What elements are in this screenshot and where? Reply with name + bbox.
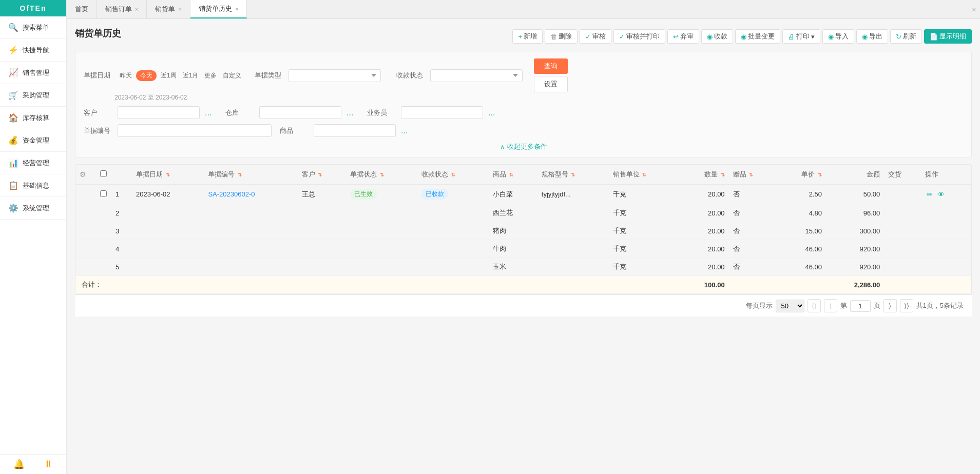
edit-icon[interactable]: ✏ xyxy=(927,190,933,199)
close-all-tabs[interactable]: × xyxy=(972,6,980,13)
close-sales-delivery-icon[interactable]: × xyxy=(178,6,181,12)
audit-button[interactable]: ✓ 审核 xyxy=(580,29,611,44)
sidebar-item-system-mgmt[interactable]: ⚙️ 系统管理 xyxy=(0,197,66,220)
warehouse-input[interactable] xyxy=(259,106,341,119)
goods-input[interactable] xyxy=(314,124,396,137)
goods-ellipsis[interactable]: ... xyxy=(399,126,410,135)
print-button[interactable]: 🖨 打印 ▾ xyxy=(782,29,820,44)
refresh-button[interactable]: ↻ 刷新 xyxy=(890,29,922,44)
doc-no-link[interactable]: SA-20230602-0 xyxy=(208,190,255,198)
col-action: 操作 xyxy=(921,165,971,185)
sort-pay-status-icon[interactable]: ⇅ xyxy=(451,172,455,177)
warehouse-ellipsis[interactable]: ... xyxy=(344,108,355,117)
footer-total-amount: 2,286.00 xyxy=(826,276,884,294)
sort-spec-icon[interactable]: ⇅ xyxy=(571,172,575,177)
sort-gift-icon[interactable]: ⇅ xyxy=(749,172,753,177)
salesperson-ellipsis[interactable]: ... xyxy=(486,108,497,117)
shortcut-custom[interactable]: 自定义 xyxy=(221,70,243,81)
sidebar-item-search-menu[interactable]: 🔍 搜索菜单 xyxy=(0,16,66,39)
col-customer: 客户 ⇅ xyxy=(298,165,347,185)
data-table: ⚙ 单据日期 ⇅ 单据编号 ⇅ xyxy=(75,165,971,294)
row-doc-date: 2023-06-02 xyxy=(132,185,204,204)
import-button[interactable]: ◉ 导入 xyxy=(822,29,854,44)
row-gear-cell xyxy=(75,204,96,222)
tab-sales-history[interactable]: 销货单历史 × xyxy=(190,0,247,18)
customer-input[interactable] xyxy=(118,106,200,119)
sort-unit-price-icon[interactable]: ⇅ xyxy=(818,172,822,177)
query-button[interactable]: 查询 xyxy=(534,58,568,74)
col-doc-date: 单据日期 ⇅ xyxy=(132,165,204,185)
sidebar-item-operations[interactable]: 📊 经营管理 xyxy=(0,152,66,174)
sidebar-item-inventory[interactable]: 🏠 库存核算 xyxy=(0,107,66,129)
batch-change-icon: ◉ xyxy=(741,33,746,41)
payment-status-select[interactable] xyxy=(430,69,523,82)
sort-unit-icon[interactable]: ⇅ xyxy=(642,172,646,177)
doc-type-select[interactable] xyxy=(289,69,381,82)
gear-icon[interactable]: ⚙ xyxy=(80,170,86,179)
filter-row-2: 客户 ... 仓库 ... 业务员 ... xyxy=(84,106,963,119)
row-goods: 牛肉 xyxy=(489,240,537,258)
row-transaction xyxy=(884,258,920,276)
sort-qty-icon[interactable]: ⇅ xyxy=(721,172,725,177)
shortcut-month[interactable]: 近1月 xyxy=(181,70,201,81)
filter-row-3: 单据编号 商品 ... xyxy=(84,124,963,137)
sort-customer-icon[interactable]: ⇅ xyxy=(318,172,322,177)
pause-icon[interactable]: ⏸ xyxy=(44,459,53,470)
batch-change-button[interactable]: ◉ 批量变更 xyxy=(735,29,780,44)
sidebar-item-basic-info[interactable]: 📋 基础信息 xyxy=(0,174,66,197)
salesperson-input[interactable] xyxy=(401,106,483,119)
sidebar-item-purchase-mgmt[interactable]: 🛒 采购管理 xyxy=(0,84,66,107)
sort-doc-no-icon[interactable]: ⇅ xyxy=(238,172,242,177)
add-button[interactable]: + 新增 xyxy=(512,29,543,44)
doc-no-label: 单据编号 xyxy=(84,126,114,135)
collapse-button[interactable]: ∧ 收起更多条件 xyxy=(84,142,963,151)
select-all-checkbox[interactable] xyxy=(100,170,107,177)
row-qty: 20.00 xyxy=(680,258,729,276)
delete-button[interactable]: 🗑 删除 xyxy=(545,29,578,44)
view-icon[interactable]: 👁 xyxy=(937,190,945,199)
col-unit-label: 销售单位 xyxy=(613,170,640,178)
prev-page-button[interactable]: ⟨ xyxy=(824,299,837,312)
sidebar-item-finance[interactable]: 💰 资金管理 xyxy=(0,129,66,152)
col-unit-price-label: 单价 xyxy=(801,170,815,178)
main-area: 首页 销售订单 × 销货单 × 销货单历史 × × 销货单历史 + 新增 xyxy=(67,0,980,474)
audit-print-button[interactable]: ✓ 审核并打印 xyxy=(613,29,665,44)
last-page-button[interactable]: ⟩⟩ xyxy=(900,299,913,312)
customer-ellipsis[interactable]: ... xyxy=(203,108,214,117)
sidebar-item-label: 资金管理 xyxy=(23,136,49,145)
audit-label: 审核 xyxy=(592,32,606,41)
first-page-button[interactable]: ⟨⟨ xyxy=(808,299,821,312)
shortcut-today[interactable]: 今天 xyxy=(136,70,157,81)
next-page-button[interactable]: ⟩ xyxy=(883,299,897,312)
quick-nav-icon: ⚡ xyxy=(8,45,18,55)
close-sales-history-icon[interactable]: × xyxy=(235,6,238,12)
close-sales-order-icon[interactable]: × xyxy=(135,6,138,12)
abandon-button[interactable]: ↩ 弃审 xyxy=(667,29,699,44)
doc-no-input[interactable] xyxy=(118,124,272,137)
sort-goods-icon[interactable]: ⇅ xyxy=(509,172,513,177)
per-page-select[interactable]: 50 10 20 100 xyxy=(776,300,804,312)
filter-date: 单据日期 昨天 今天 近1周 近1月 更多 自定义 xyxy=(84,70,246,81)
tab-home[interactable]: 首页 xyxy=(67,1,97,18)
sort-doc-status-icon[interactable]: ⇅ xyxy=(380,172,384,177)
print-label: 打印 xyxy=(796,32,810,41)
collect-button[interactable]: ◉ 收款 xyxy=(701,29,733,44)
row-checkbox[interactable] xyxy=(100,190,107,197)
shortcut-week[interactable]: 近1周 xyxy=(159,70,179,81)
shortcut-more[interactable]: 更多 xyxy=(202,70,219,81)
page-input[interactable] xyxy=(850,300,871,312)
notification-icon[interactable]: 🔔 xyxy=(13,459,25,470)
export-button[interactable]: ◉ 导出 xyxy=(856,29,888,44)
sidebar-item-quick-nav[interactable]: ⚡ 快捷导航 xyxy=(0,39,66,62)
row-checkbox-cell xyxy=(96,204,111,222)
tab-sales-delivery[interactable]: 销货单 × xyxy=(147,1,190,18)
tab-sales-order[interactable]: 销售订单 × xyxy=(97,1,147,18)
shortcut-yesterday[interactable]: 昨天 xyxy=(118,70,134,81)
show-detail-button[interactable]: 📄 显示明细 xyxy=(924,29,972,44)
sort-doc-date-icon[interactable]: ⇅ xyxy=(166,172,170,177)
collect-icon: ◉ xyxy=(707,33,713,41)
setting-button[interactable]: 设置 xyxy=(534,76,568,92)
col-checkbox xyxy=(96,165,111,185)
sidebar-item-sales-mgmt[interactable]: 📈 销售管理 xyxy=(0,62,66,84)
purchase-mgmt-icon: 🛒 xyxy=(8,90,18,100)
